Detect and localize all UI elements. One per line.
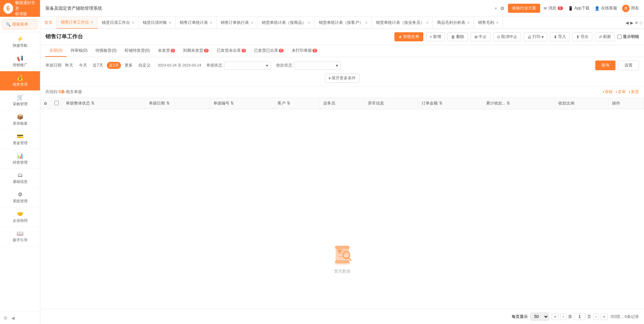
date-btn-today[interactable]: 今天 — [77, 62, 89, 69]
sidebar-item-purchase[interactable]: 🛒 采购管理 — [0, 91, 40, 110]
sidebar-item-capital[interactable]: 💳 资金管理 — [0, 130, 40, 149]
header-settings-icon[interactable]: ⚙ — [500, 6, 505, 11]
sub-tab-pending-inspect[interactable]: 待拣验货(0) — [91, 45, 121, 57]
unverify-btn[interactable]: 弃审 — [615, 89, 626, 95]
smart-create-btn[interactable]: ★ 智能生单 — [394, 32, 423, 41]
tab-home[interactable]: 首页 — [40, 17, 57, 29]
sidebar-item-basic-info[interactable]: 🗂 基础信息 — [0, 169, 40, 188]
sub-tab-not-printed[interactable]: 未打印单据0 — [288, 45, 321, 57]
refresh-btn[interactable]: ↺ 刷新 — [595, 32, 615, 41]
online-service-btn[interactable]: 👤 在线客服 — [595, 5, 617, 11]
tab-cash-reconcile[interactable]: 钱货日清对账 ✕ — [139, 17, 176, 29]
tab-close-cargo-stat-customer[interactable]: ✕ — [365, 21, 368, 25]
sub-tab-all[interactable]: 全部(0) — [45, 45, 67, 57]
industry-btn[interactable]: 体验行业方案 — [508, 4, 540, 13]
tab-cargo-stat-customer[interactable]: 销货单统计表（按客户） ✕ — [315, 17, 372, 29]
tab-sales-profit[interactable]: 销售毛利 ✕ — [474, 17, 503, 29]
tab-sales-workbench[interactable]: 销售订单工作台 ✕ — [57, 17, 98, 29]
sub-tab-pending-review[interactable]: 待审核(0) — [67, 45, 92, 57]
print-btn[interactable]: 🖨 打印 ▾ — [524, 32, 547, 41]
export-btn[interactable]: ⬆ 导出 — [572, 32, 592, 41]
col-staff[interactable]: 业务员 — [320, 98, 364, 109]
tab-cargo-stat-product[interactable]: 销货单统计表（按商品） ✕ — [258, 17, 315, 29]
tab-close-cargo-stat-staff[interactable]: ✕ — [426, 21, 429, 25]
sidebar-settings-icon[interactable]: ⚙ — [3, 315, 8, 321]
search-menu-button[interactable]: 🔍 搜索菜单 — [3, 19, 37, 29]
sidebar-item-inventory[interactable]: 📦 库存核算 — [0, 110, 40, 130]
date-btn-more[interactable]: 更多 — [123, 62, 135, 69]
date-btn-7days[interactable]: 近7天 — [91, 62, 105, 69]
header-dropdown-arrow[interactable]: ▾ — [495, 6, 497, 11]
tab-close-cargo-stat-product[interactable]: ✕ — [308, 21, 310, 25]
sidebar-item-sales[interactable]: 💰 销售管理 — [0, 71, 40, 91]
next-page-btn[interactable]: › — [593, 313, 599, 320]
date-btn-yesterday[interactable]: 昨天 — [63, 62, 75, 69]
col-number[interactable]: 单据编号 ⇅ — [210, 98, 274, 109]
message-btn[interactable]: ✉ 消息 6 — [544, 5, 563, 11]
tab-close-sales-stat[interactable]: ✕ — [210, 21, 212, 25]
col-amount[interactable]: 订单金额 ⇅ — [418, 98, 483, 109]
tab-cash-daily[interactable]: 钱货日清工作台 ✕ — [98, 17, 139, 29]
pagination: « ‹ 第 页 › » — [552, 313, 607, 320]
sub-tab-shipped-warehoused[interactable]: 已发货已出库0 — [250, 45, 288, 57]
tab-close-cash-daily[interactable]: ✕ — [132, 21, 134, 25]
tab-goods-margin[interactable]: 商品毛利分析表 ✕ — [433, 17, 474, 29]
add-btn[interactable]: + 新增 — [426, 32, 445, 41]
tab-cargo-stat-staff[interactable]: 销货单统计表（按业务员） ✕ — [372, 17, 433, 29]
sub-tab-shipped-not-warehoused[interactable]: 已发货未出库0 — [213, 45, 250, 57]
page-size-select[interactable]: 20 50 100 — [530, 313, 549, 321]
sidebar-item-quick-nav[interactable]: ⚡ 快捷导航 — [0, 32, 40, 52]
show-detail-check[interactable] — [617, 35, 622, 39]
show-detail-checkbox[interactable]: 显示明细 — [617, 34, 639, 40]
tab-sales-stat[interactable]: 销售订单统计表 ✕ — [176, 17, 217, 29]
col-collected[interactable]: 累计收款... ⇅ — [482, 98, 555, 109]
tab-sales-exec[interactable]: 销售订单执行表 ✕ — [217, 17, 258, 29]
first-page-btn[interactable]: « — [552, 313, 559, 320]
add-icon: + — [430, 35, 432, 39]
system-title: 装备及固定资产辅助管理系统 — [45, 5, 491, 11]
cancel-stop-btn[interactable]: ⊙ 取消中止 — [493, 32, 521, 41]
review-btn[interactable]: 审核 — [602, 89, 613, 95]
col-date[interactable]: 单据日期 ⇅ — [145, 98, 210, 109]
col-customer[interactable]: 客户 ⇅ — [274, 98, 320, 109]
ship-btn[interactable]: 发货 — [629, 89, 639, 95]
tab-close-cash-reconcile[interactable]: ✕ — [169, 21, 171, 25]
query-btn[interactable]: 查询 — [595, 60, 615, 70]
prev-page-btn[interactable]: ‹ — [560, 313, 566, 320]
user-menu[interactable]: 友 用友 — [622, 5, 639, 12]
sub-tab-not-shipped[interactable]: 未发货0 — [154, 45, 179, 57]
date-filter: 单据日期 昨天 今天 近7天 近1月 更多 自定义 — [45, 62, 153, 69]
last-page-btn[interactable]: » — [601, 313, 608, 320]
delete-btn[interactable]: 🗑 删除 — [447, 32, 468, 41]
settings-btn[interactable]: 设置 — [618, 60, 639, 70]
col-settings[interactable]: ⚙ — [40, 98, 51, 109]
status-select[interactable]: ▾ — [224, 62, 271, 70]
tab-close-goods-margin[interactable]: ✕ — [467, 21, 470, 25]
tabs-next-btn[interactable]: ▶ — [630, 21, 633, 25]
sidebar-item-guide[interactable]: 📖 新手引导 — [0, 227, 40, 246]
tabs-expand-btn[interactable]: □ — [640, 21, 642, 25]
page-number-input[interactable] — [574, 313, 586, 320]
tab-close-sales-profit[interactable]: ✕ — [496, 21, 499, 25]
tab-close-sales-workbench[interactable]: ✕ — [91, 21, 93, 24]
col-status[interactable]: 单据整体状态 ⇅ — [62, 98, 145, 109]
sidebar-item-operations[interactable]: 📊 经营管理 — [0, 149, 40, 169]
date-btn-custom[interactable]: 自定义 — [136, 62, 153, 69]
app-download-btn[interactable]: 📱 App下载 — [568, 5, 590, 11]
tabs-prev-btn[interactable]: ◀ — [626, 21, 629, 25]
tab-close-sales-exec[interactable]: ✕ — [251, 21, 253, 25]
tabs-close-all-btn[interactable]: ✕ — [635, 21, 638, 25]
sidebar-item-enterprise[interactable]: 🤝 企业协同 — [0, 207, 40, 227]
table-op-btns: 审核 弃审 发货 — [602, 89, 639, 95]
expand-filter-btn[interactable]: ▾ 展开更多条件 — [325, 74, 359, 83]
import-btn[interactable]: ⬇ 导入 — [550, 32, 570, 41]
date-btn-1month[interactable]: 近1月 — [107, 62, 121, 69]
payment-select[interactable]: ▾ — [294, 62, 341, 70]
stop-btn[interactable]: ⊗ 中止 — [471, 32, 490, 41]
select-all-checkbox[interactable] — [54, 101, 59, 105]
sidebar-collapse-icon[interactable]: ◀ — [11, 315, 15, 321]
sub-tab-overdue-unship[interactable]: 到期未发货0 — [179, 45, 213, 57]
sub-tab-wangpu-ship[interactable]: 旺铺待发货(0) — [121, 45, 154, 57]
sidebar-item-system[interactable]: ⚙ 系统管理 — [0, 188, 40, 207]
sidebar-item-marketing[interactable]: 📢 营销推广 — [0, 52, 40, 71]
